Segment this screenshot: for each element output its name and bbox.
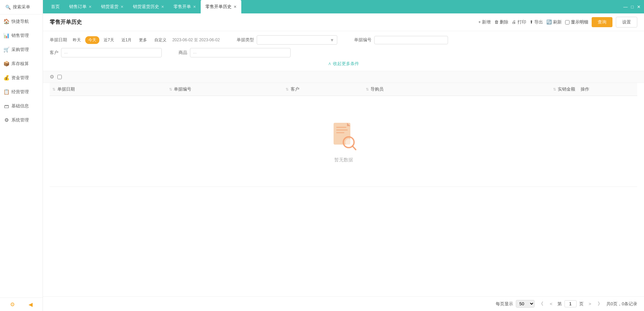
empty-state-cell: 暂无数据 — [50, 96, 637, 187]
delete-button[interactable]: 🗑 删除 — [494, 19, 509, 25]
sidebar-search-label: 搜索采单 — [13, 4, 30, 10]
sort-icon-customer[interactable]: ⇅ — [286, 87, 289, 91]
refresh-button[interactable]: 🔄 刷新 — [546, 19, 562, 25]
sidebar-item-label-inventory: 库存核算 — [11, 61, 29, 67]
table-toolbar: ⚙ — [43, 71, 644, 83]
tab-sales-return[interactable]: 销货退货 ✕ — [96, 0, 128, 13]
filter-type-item: 单据类型 ▼ — [237, 35, 337, 45]
date-btn-today[interactable]: 今天 — [85, 36, 99, 44]
tab-sales-return-history-label: 销货退货历史 — [133, 4, 159, 10]
table-gear-icon[interactable]: ⚙ — [50, 74, 54, 80]
tab-sales-return-history[interactable]: 销货退货历史 ✕ — [128, 0, 169, 13]
sidebar-item-inventory[interactable]: 📦 库存核算 — [0, 57, 43, 71]
clipboard-icon: 📋 — [3, 89, 9, 95]
filter-customer-label: 客户 — [50, 50, 58, 56]
show-detail-checkbox[interactable] — [565, 20, 569, 24]
per-page-label: 每页显示 — [496, 301, 513, 307]
date-btn-last-month[interactable]: 近1月 — [118, 36, 135, 44]
sidebar-bottom: ⚙ ◀ — [0, 298, 43, 311]
sort-icon-salesperson[interactable]: ⇅ — [366, 87, 369, 91]
sidebar-item-label-finance: 资金管理 — [11, 75, 29, 81]
window-minimize-btn[interactable]: — — [623, 4, 628, 9]
prev-page-btn[interactable]: ＜ — [547, 300, 555, 308]
pagination: 每页显示 50 10 20 100 《 ＜ 第 页 ＞ 》 共0页，0条记录 — [43, 296, 644, 311]
sidebar-item-base-info[interactable]: 🗃 基础信息 — [0, 99, 43, 113]
date-btn-last7[interactable]: 近7天 — [101, 36, 117, 44]
filter-date-btns: 昨天 今天 近7天 近1月 更多 自定义 — [70, 36, 169, 44]
sidebar-item-label-quick-nav: 快捷导航 — [11, 18, 29, 24]
tab-retail-open-history-label: 零售开单历史 — [205, 4, 232, 10]
filter-customer-item: 客户 ··· — [50, 48, 162, 57]
sort-icon-date[interactable]: ⇅ — [52, 87, 55, 91]
show-detail-label: 显示明细 — [571, 19, 588, 25]
tab-sales-order[interactable]: 销售订单 ✕ — [64, 0, 96, 13]
tab-home-label: 首页 — [51, 4, 60, 10]
page-title: 零售开单历史 — [50, 19, 82, 26]
last-page-btn[interactable]: 》 — [596, 300, 604, 308]
date-btn-more[interactable]: 更多 — [136, 36, 150, 44]
tab-home[interactable]: 首页 — [46, 0, 64, 13]
chart-icon: 📊 — [3, 33, 9, 39]
query-button[interactable]: 查询 — [592, 17, 612, 27]
print-button[interactable]: 🖨 打印 — [512, 19, 526, 25]
tab-sales-order-close[interactable]: ✕ — [89, 5, 92, 9]
content-area: 零售开单历史 + 新增 🗑 删除 🖨 打印 ⬆ 导出 🔄 刷新 显示明细 查询 … — [43, 13, 644, 311]
show-detail-checkbox-label[interactable]: 显示明细 — [565, 19, 588, 25]
tab-sales-return-label: 销货退货 — [101, 4, 118, 10]
search-icon: 🔍 — [5, 5, 11, 10]
sidebar-item-system-mgmt[interactable]: ⚙ 系统管理 — [0, 113, 43, 127]
sidebar-item-operations[interactable]: 📋 经营管理 — [0, 85, 43, 99]
tab-retail-open-label: 零售开单 — [174, 4, 191, 10]
tab-retail-open-close[interactable]: ✕ — [193, 5, 196, 9]
sidebar-item-finance[interactable]: 💰 资金管理 — [0, 71, 43, 85]
sidebar-item-label-system: 系统管理 — [11, 117, 29, 123]
home-icon: 🏠 — [3, 18, 9, 24]
filter-area: 单据日期 昨天 今天 近7天 近1月 更多 自定义 2023-06-02 至 2… — [43, 31, 644, 71]
sidebar-item-purchase-mgmt[interactable]: 🛒 采购管理 — [0, 43, 43, 57]
date-btn-yesterday[interactable]: 昨天 — [70, 36, 84, 44]
sort-icon-order-no[interactable]: ⇅ — [169, 87, 172, 91]
sidebar-search[interactable]: 🔍 搜索采单 — [0, 0, 43, 14]
tab-retail-open-history-close[interactable]: ✕ — [234, 5, 237, 9]
collapse-filter-btn[interactable]: ∧ 收起更多条件 — [328, 61, 359, 67]
tab-bar-right: — □ ✕ — [623, 4, 641, 9]
tab-sales-return-close[interactable]: ✕ — [120, 5, 123, 9]
tab-retail-open-history[interactable]: 零售开单历史 ✕ — [201, 0, 241, 13]
sort-icon-amount[interactable]: ⇅ — [553, 87, 556, 91]
cart-icon: 🛒 — [3, 47, 9, 53]
collapse-sidebar-icon[interactable]: ◀ — [29, 301, 33, 308]
first-page-btn[interactable]: 《 — [537, 300, 545, 308]
sidebar: 🔍 搜索采单 🏠 快捷导航 📊 销售管理 🛒 采购管理 📦 库存核算 💰 资金管… — [0, 0, 43, 311]
page-input[interactable] — [564, 300, 577, 307]
col-action-label: 操作 — [581, 87, 589, 92]
tab-retail-open[interactable]: 零售开单 ✕ — [169, 0, 201, 13]
filter-order-num-item: 单据编号 — [354, 36, 448, 44]
filter-date-item: 单据日期 昨天 今天 近7天 近1月 更多 自定义 2023-06-02 至 2… — [50, 36, 220, 44]
filter-customer-select[interactable]: ··· — [61, 48, 162, 57]
filter-type-select[interactable]: ▼ — [257, 35, 337, 45]
sidebar-item-quick-nav[interactable]: 🏠 快捷导航 — [0, 14, 43, 29]
tab-sales-return-history-close[interactable]: ✕ — [161, 5, 164, 9]
next-page-btn[interactable]: ＞ — [586, 300, 594, 308]
window-close-btn[interactable]: ✕ — [637, 4, 641, 9]
main-area: 首页 销售订单 ✕ 销货退货 ✕ 销货退货历史 ✕ 零售开单 ✕ 零售开单历史 … — [43, 0, 644, 311]
sidebar-item-label-base: 基础信息 — [11, 103, 29, 109]
sidebar-item-sales-mgmt[interactable]: 📊 销售管理 — [0, 29, 43, 43]
export-button[interactable]: ⬆ 导出 — [530, 19, 543, 25]
date-btn-custom[interactable]: 自定义 — [151, 36, 169, 44]
filter-row-1: 单据日期 昨天 今天 近7天 近1月 更多 自定义 2023-06-02 至 2… — [50, 35, 637, 45]
col-action: 操作 — [578, 83, 637, 96]
col-customer-label: 客户 — [291, 87, 299, 92]
svg-rect-2 — [336, 129, 348, 131]
window-maximize-btn[interactable]: □ — [631, 4, 634, 9]
tab-sales-order-label: 销售订单 — [69, 4, 87, 10]
settings-bottom-icon[interactable]: ⚙ — [10, 301, 15, 308]
select-all-checkbox[interactable] — [57, 75, 62, 79]
col-customer: ⇅ 客户 — [283, 83, 363, 96]
filter-row-2: 客户 ··· 商品 ··· — [50, 48, 637, 57]
settings-button[interactable]: 设置 — [616, 17, 637, 28]
filter-goods-select[interactable]: ··· — [190, 48, 291, 57]
add-button[interactable]: + 新增 — [478, 19, 491, 25]
per-page-select[interactable]: 50 10 20 100 — [516, 300, 535, 308]
filter-order-num-input[interactable] — [374, 36, 448, 44]
